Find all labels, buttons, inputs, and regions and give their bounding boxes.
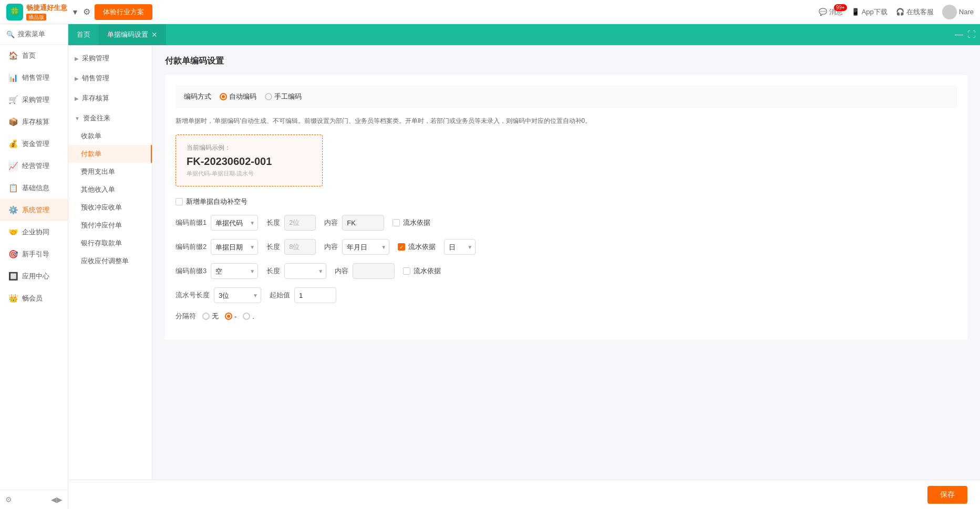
sidebar-item-purchase[interactable]: 🛒 采购管理 bbox=[0, 89, 68, 111]
sub-item-prepay-ap[interactable]: 预付冲应付单 bbox=[68, 216, 152, 234]
sidebar-item-inventory[interactable]: 📦 库存核算 bbox=[0, 111, 68, 133]
message-item[interactable]: 💬 消息 99+ bbox=[819, 7, 843, 17]
auto-fill-checkbox[interactable] bbox=[176, 198, 183, 205]
sub-item-payment[interactable]: 付款单 bbox=[68, 145, 152, 163]
sub-group-purchase-header[interactable]: ▶ 采购管理 bbox=[68, 49, 152, 67]
main-content: 付款单编码设置 编码方式 自动编码 手工编码 bbox=[152, 45, 980, 480]
sidebar-item-finance[interactable]: 💰 资金管理 bbox=[0, 133, 68, 155]
prefix1-length-wrap bbox=[284, 215, 316, 231]
auto-fill-row: 新增单据自动补空号 bbox=[176, 197, 957, 206]
system-icon: ⚙️ bbox=[8, 205, 18, 215]
prefix3-serial-checkbox[interactable] bbox=[403, 267, 410, 275]
save-button[interactable]: 保存 bbox=[927, 486, 967, 504]
prefix2-select[interactable]: 单据日期 bbox=[211, 239, 258, 255]
collapse-btn[interactable]: ▼ bbox=[71, 8, 79, 16]
tab-maximize-icon[interactable]: ⛶ bbox=[967, 30, 976, 39]
prefix3-field: 编码前缀3 空 ▼ bbox=[176, 263, 258, 279]
sidebar-item-vip[interactable]: 👑 畅会员 bbox=[0, 287, 68, 309]
purchase-icon: 🛒 bbox=[8, 95, 18, 105]
prefix1-row: 编码前缀1 单据代码 ▼ 长度 bbox=[176, 215, 957, 231]
sidebar-item-basic[interactable]: 📋 基础信息 bbox=[0, 177, 68, 199]
settings-btn[interactable]: ⚙ bbox=[83, 7, 90, 17]
top-bar-left: 🍀 畅捷通好生意 插品版 ▼ ⚙ 体验行业方案 bbox=[6, 3, 152, 21]
prefix2-length-field: 长度 bbox=[266, 239, 316, 255]
sidebar-item-system[interactable]: ⚙️ 系统管理 bbox=[0, 199, 68, 221]
service-item[interactable]: 🎧 在线客服 bbox=[896, 7, 934, 17]
top-bar-right: 💬 消息 99+ 📱 App下载 🎧 在线客服 Nare bbox=[819, 5, 974, 19]
sub-menu: ▶ 采购管理 ▶ 销售管理 ▶ 库存核算 bbox=[68, 45, 152, 480]
prefix2-serial-unit-wrap: 日 ▼ bbox=[444, 239, 476, 255]
sidebar: 🔍 搜索菜单 🏠 首页 📊 销售管理 🛒 采购管理 📦 库存核算 💰 资金管理 … bbox=[0, 24, 68, 509]
trial-button[interactable]: 体验行业方案 bbox=[95, 4, 152, 20]
start-value-field: 起始值 bbox=[270, 287, 336, 303]
sub-item-other-income[interactable]: 其他收入单 bbox=[68, 181, 152, 199]
sub-group-sales-header[interactable]: ▶ 销售管理 bbox=[68, 69, 152, 87]
apps-icon: 🔲 bbox=[8, 272, 18, 281]
home-icon: 🏠 bbox=[8, 51, 18, 60]
sub-group-inventory-header[interactable]: ▶ 库存核算 bbox=[68, 89, 152, 107]
sep-dash-radio[interactable]: - bbox=[225, 313, 236, 320]
prefix3-length-select[interactable] bbox=[284, 263, 326, 279]
encoding-method-row: 编码方式 自动编码 手工编码 bbox=[176, 86, 957, 108]
sep-none-radio[interactable]: 无 bbox=[202, 311, 219, 321]
prefix1-length-field: 长度 bbox=[266, 215, 316, 231]
tab-home[interactable]: 首页 bbox=[68, 24, 99, 45]
content-wrapper: ▶ 采购管理 ▶ 销售管理 ▶ 库存核算 bbox=[68, 45, 980, 480]
prefix2-content-select[interactable]: 年月日 bbox=[342, 239, 389, 255]
start-value-input[interactable] bbox=[294, 287, 336, 303]
sidebar-item-operations[interactable]: 📈 经营管理 bbox=[0, 155, 68, 177]
arrow-right-icon3: ▶ bbox=[75, 96, 79, 101]
tab-bar-right: — ⛶ bbox=[955, 30, 980, 39]
avatar bbox=[942, 5, 957, 19]
inventory-icon: 📦 bbox=[8, 117, 18, 127]
sidebar-item-home[interactable]: 🏠 首页 bbox=[0, 45, 68, 67]
collab-icon: 🤝 bbox=[8, 227, 18, 237]
prefix1-select[interactable]: 单据代码 bbox=[211, 215, 258, 231]
prefix2-serial-checkbox[interactable]: ✓ bbox=[398, 243, 405, 251]
sub-group-sales: ▶ 销售管理 bbox=[68, 69, 152, 87]
info-text: 新增单据时，'单据编码'自动生成、不可编辑。前缀设置为部门、业务员等档案类。开单… bbox=[176, 116, 957, 126]
sep-dot-radio[interactable]: . bbox=[243, 313, 254, 320]
app-download-item[interactable]: 📱 App下载 bbox=[851, 7, 888, 17]
sidebar-item-apps[interactable]: 🔲 应用中心 bbox=[0, 265, 68, 287]
sub-item-adjustment[interactable]: 应收应付调整单 bbox=[68, 252, 152, 270]
prefix1-serial-wrap: 流水依据 bbox=[393, 218, 430, 227]
tab-minimize-icon[interactable]: — bbox=[955, 30, 963, 39]
serial-length-select[interactable]: 3位 bbox=[214, 287, 261, 303]
sub-group-fund-header[interactable]: ▼ 资金往来 bbox=[68, 109, 152, 127]
sub-group-purchase: ▶ 采购管理 bbox=[68, 49, 152, 67]
auto-encoding-radio[interactable]: 自动编码 bbox=[220, 92, 256, 101]
prefix3-select[interactable]: 空 bbox=[211, 263, 258, 279]
sidebar-settings-btn[interactable]: ⚙ bbox=[5, 495, 12, 504]
sidebar-collapse-btn[interactable]: ◀▶ bbox=[51, 495, 63, 504]
sidebar-item-guide[interactable]: 🎯 新手引导 bbox=[0, 243, 68, 265]
prefix2-content-field: 内容 年月日 ▼ bbox=[324, 239, 389, 255]
prefix1-serial-checkbox[interactable] bbox=[393, 219, 400, 226]
arrow-down-icon: ▼ bbox=[75, 116, 80, 121]
manual-encoding-radio[interactable]: 手工编码 bbox=[265, 92, 302, 101]
sub-item-expense[interactable]: 费用支出单 bbox=[68, 163, 152, 181]
top-bar-controls: ▼ ⚙ 体验行业方案 bbox=[71, 4, 152, 20]
manual-radio-circle bbox=[265, 93, 272, 100]
sub-item-bank[interactable]: 银行存取款单 bbox=[68, 234, 152, 252]
user-profile[interactable]: Nare bbox=[942, 5, 974, 19]
prefix1-select-wrap: 单据代码 ▼ bbox=[211, 215, 258, 231]
tab-close-icon[interactable]: ✕ bbox=[151, 30, 158, 39]
tab-encoding[interactable]: 单据编码设置 ✕ bbox=[99, 24, 166, 45]
prefix2-serial-unit-select[interactable]: 日 bbox=[444, 239, 476, 255]
sub-item-prepay-ar[interactable]: 预收冲应收单 bbox=[68, 199, 152, 216]
prefix3-serial-wrap: 流水依据 bbox=[403, 266, 441, 276]
arrow-right-icon: ▶ bbox=[75, 56, 79, 61]
search-menu[interactable]: 🔍 搜索菜单 bbox=[0, 24, 68, 45]
serial-row: 流水号长度 3位 ▼ 起始值 bbox=[176, 287, 957, 303]
prefix3-length-wrap: ▼ bbox=[284, 263, 326, 279]
sub-item-receipt[interactable]: 收款单 bbox=[68, 127, 152, 145]
sidebar-item-sales[interactable]: 📊 销售管理 bbox=[0, 67, 68, 89]
prefix3-content-input bbox=[353, 263, 395, 279]
sales-icon: 📊 bbox=[8, 73, 18, 82]
prefix1-content-input bbox=[342, 215, 384, 231]
sep-dot-circle bbox=[243, 313, 250, 320]
search-icon: 🔍 bbox=[6, 30, 15, 38]
prefix2-row: 编码前缀2 单据日期 ▼ 长度 bbox=[176, 239, 957, 255]
sidebar-item-collab[interactable]: 🤝 企业协同 bbox=[0, 221, 68, 243]
